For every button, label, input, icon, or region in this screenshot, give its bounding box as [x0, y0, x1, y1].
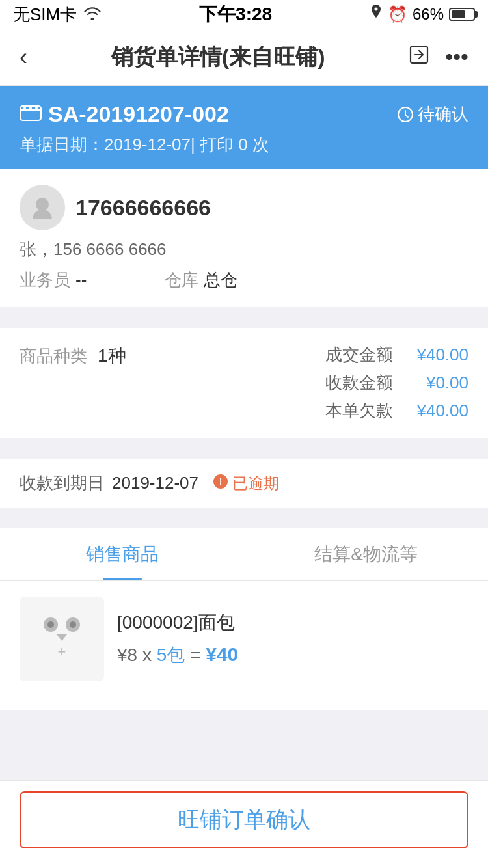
product-image: + — [20, 597, 104, 681]
product-type-value: 1种 — [98, 344, 126, 368]
product-owl-logo: + — [44, 617, 80, 660]
tab-sales-products[interactable]: 销售商品 — [0, 528, 244, 580]
equals-sign: = — [190, 645, 200, 665]
wifi-icon — [83, 5, 102, 25]
svg-point-2 — [23, 107, 26, 109]
product-price: ¥8 — [117, 645, 137, 665]
status-left: 无SIM卡 — [13, 3, 102, 26]
warehouse-label: 仓库 — [165, 269, 198, 292]
tabs: 销售商品 结算&物流等 — [0, 528, 488, 581]
warehouse-value: 总仓 — [204, 269, 237, 292]
back-button[interactable]: ‹ — [20, 44, 27, 71]
more-button[interactable]: ••• — [445, 44, 468, 70]
due-date-label: 收款到期日 — [20, 472, 104, 495]
customer-name: 张，156 6666 6666 — [20, 238, 468, 261]
share-button[interactable] — [409, 44, 429, 70]
product-total: ¥40 — [206, 644, 238, 665]
customer-card: 17666666666 张，156 6666 6666 业务员 -- 仓库 总仓 — [0, 169, 488, 307]
summary-card: 商品种类 1种 成交金额 ¥40.00 收款金额 ¥0.00 本单欠款 ¥40.… — [0, 328, 488, 438]
order-status: 待确认 — [397, 103, 468, 126]
received-label: 收款金额 — [325, 372, 393, 394]
order-header: SA-20191207-002 待确认 单据日期：2019-12-07| 打印 … — [0, 86, 488, 169]
summary-right: 成交金额 ¥40.00 收款金额 ¥0.00 本单欠款 ¥40.00 — [325, 344, 468, 422]
bottom-section: 旺铺订单确认 — [0, 780, 488, 868]
product-price-row: ¥8 x 5包 = ¥40 — [117, 643, 468, 668]
tab-indicator — [103, 578, 142, 580]
avatar — [20, 185, 65, 230]
svg-point-6 — [36, 198, 49, 211]
product-section: + [0000002]面包 ¥8 x 5包 = ¥40 — [0, 581, 488, 710]
location-icon — [370, 5, 383, 24]
overdue-badge: ! 已逾期 — [213, 473, 279, 494]
due-date-value: 2019-12-07 — [112, 473, 198, 493]
product-qty: 5包 — [157, 645, 185, 665]
product-name: [0000002]面包 — [117, 610, 468, 635]
received-value: ¥0.00 — [403, 373, 468, 393]
svg-text:!: ! — [219, 476, 223, 487]
sales-rep-label: 业务员 — [20, 269, 70, 292]
customer-phone: 17666666666 — [75, 195, 211, 221]
overdue-icon: ! — [213, 474, 228, 493]
battery-icon — [449, 8, 475, 21]
battery-text: 66% — [413, 5, 444, 23]
owl-plus-text: + — [58, 644, 66, 660]
due-label: 本单欠款 — [325, 400, 393, 422]
product-item: + [0000002]面包 ¥8 x 5包 = ¥40 — [0, 581, 488, 697]
status-right: ⏰ 66% — [370, 5, 475, 24]
status-bar: 无SIM卡 下午3:28 ⏰ 66% — [0, 0, 488, 29]
overdue-text: 已逾期 — [232, 473, 279, 494]
alarm-icon: ⏰ — [388, 5, 407, 23]
customer-meta: 业务员 -- 仓库 总仓 — [20, 269, 468, 292]
status-time: 下午3:28 — [199, 2, 272, 27]
nav-actions: ••• — [409, 44, 468, 70]
sales-rep-value: -- — [75, 270, 87, 290]
product-info: [0000002]面包 ¥8 x 5包 = ¥40 — [117, 610, 468, 668]
svg-point-4 — [35, 107, 38, 109]
amount-value: ¥40.00 — [403, 345, 468, 365]
amount-label: 成交金额 — [325, 344, 393, 366]
order-number: SA-20191207-002 — [20, 102, 229, 127]
page-title: 销货单详情(来自旺铺) — [111, 42, 325, 72]
carrier-text: 无SIM卡 — [13, 3, 77, 26]
due-date-card: 收款到期日 2019-12-07 ! 已逾期 — [0, 459, 488, 508]
due-value: ¥40.00 — [403, 401, 468, 421]
multiply-sign: x — [142, 645, 152, 665]
order-icon — [20, 102, 42, 127]
order-date: 单据日期：2019-12-07| 打印 0 次 — [20, 133, 468, 156]
svg-point-3 — [29, 107, 32, 109]
nav-bar: ‹ 销货单详情(来自旺铺) ••• — [0, 29, 488, 86]
confirm-order-button[interactable]: 旺铺订单确认 — [20, 791, 468, 848]
tab-settlement-logistics[interactable]: 结算&物流等 — [244, 528, 488, 580]
product-type-label: 商品种类 — [20, 345, 87, 368]
